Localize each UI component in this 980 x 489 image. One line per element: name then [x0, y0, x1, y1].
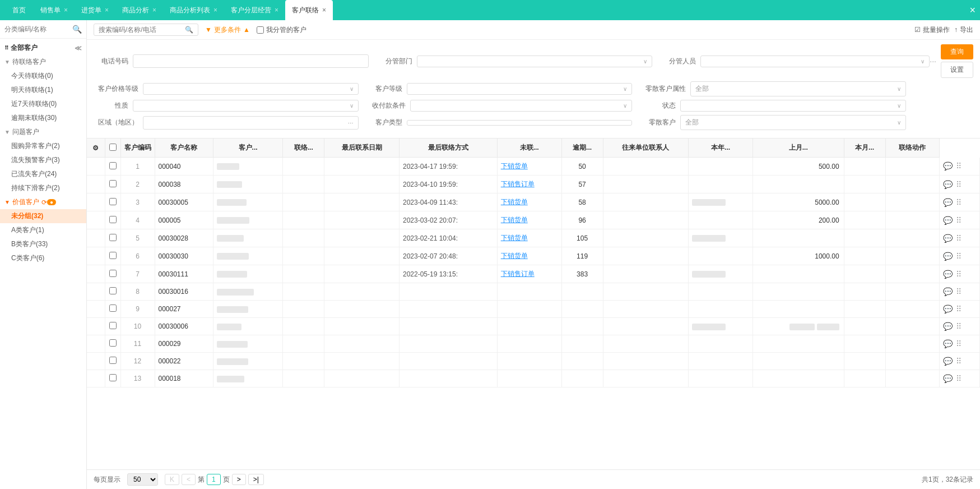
more-action-icon[interactable]: ⠿	[956, 162, 962, 170]
cell-checkbox[interactable]	[105, 318, 120, 335]
reset-btn[interactable]: 设置	[941, 62, 973, 78]
row-checkbox[interactable]	[109, 252, 117, 259]
prev-page-btn[interactable]: <	[182, 474, 196, 485]
tab-customer-contact-close[interactable]: ×	[322, 6, 326, 14]
chat-action-icon[interactable]: 💬	[943, 270, 953, 279]
row-checkbox[interactable]	[109, 270, 117, 277]
col-checkbox[interactable]	[105, 139, 120, 158]
sidebar-item-abnormal[interactable]: 囤购异常客户(2)	[0, 139, 86, 153]
row-checkbox[interactable]	[109, 339, 117, 347]
chat-action-icon[interactable]: 💬	[943, 216, 953, 225]
sidebar-item-7days[interactable]: 近7天待联络(0)	[0, 97, 86, 111]
more-action-icon[interactable]: ⠿	[956, 287, 962, 296]
adv-select-person[interactable]: ∨	[700, 56, 930, 67]
more-action-icon[interactable]: ⠿	[956, 357, 962, 366]
sidebar-group-problem[interactable]: ▼ 问题客户	[0, 125, 86, 139]
first-page-btn[interactable]: K	[165, 474, 179, 485]
chat-action-icon[interactable]: 💬	[943, 374, 953, 383]
sidebar-item-today[interactable]: 今天待联络(0)	[0, 69, 86, 83]
sidebar-item-class-c[interactable]: C类客户(6)	[0, 251, 86, 265]
more-action-icon[interactable]: ⠿	[956, 216, 962, 225]
nav-home[interactable]: 首页	[4, 0, 34, 20]
sidebar-item-overdue[interactable]: 逾期未联络(30)	[0, 111, 86, 125]
more-action-icon[interactable]: ⠿	[956, 322, 962, 331]
chat-action-icon[interactable]: 💬	[943, 252, 953, 261]
next-page-btn[interactable]: >	[232, 474, 246, 485]
main-search-input[interactable]	[99, 26, 183, 34]
last-page-btn[interactable]: >|	[248, 474, 264, 485]
select-all-checkbox[interactable]	[109, 144, 117, 151]
cell-checkbox[interactable]	[105, 158, 120, 176]
last-method-link[interactable]: 下销售订单	[501, 270, 535, 278]
row-checkbox[interactable]	[109, 180, 117, 187]
more-action-icon[interactable]: ⠿	[956, 339, 962, 348]
cell-checkbox[interactable]	[105, 211, 120, 229]
tab-customer-tier-close[interactable]: ×	[275, 6, 278, 14]
row-checkbox[interactable]	[109, 374, 117, 381]
sidebar-item-unclassified[interactable]: 未分组(32)	[0, 209, 86, 223]
cell-checkbox[interactable]	[105, 247, 120, 265]
adv-select-cust-type[interactable]	[407, 120, 633, 126]
adv-select-cust-grade[interactable]: ∨	[407, 83, 633, 95]
sidebar-item-class-a[interactable]: A类客户(1)	[0, 223, 86, 237]
person-ellipsis-btn[interactable]: ···	[930, 57, 936, 66]
last-method-link[interactable]: 下销货单	[501, 216, 528, 224]
adv-select-retail-cust[interactable]: 全部 ∨	[680, 115, 906, 130]
last-method-link[interactable]: 下销货单	[501, 234, 528, 242]
adv-input-phone[interactable]	[133, 54, 369, 68]
query-btn[interactable]: 查询	[941, 44, 973, 59]
row-checkbox[interactable]	[109, 287, 117, 294]
row-checkbox[interactable]	[109, 322, 117, 329]
adv-select-payment[interactable]: ∨	[410, 100, 633, 112]
nav-tab-analysis[interactable]: 商品分析 ×	[115, 0, 163, 20]
tab-sales-close[interactable]: ×	[64, 6, 68, 14]
row-checkbox[interactable]	[109, 198, 117, 205]
sidebar-item-churn-warning[interactable]: 流失预警客户(3)	[0, 153, 86, 167]
cell-checkbox[interactable]	[105, 301, 120, 318]
adv-select-status[interactable]: ∨	[680, 100, 906, 112]
chat-action-icon[interactable]: 💬	[943, 198, 953, 207]
close-all-btn[interactable]: ×	[969, 4, 976, 16]
chat-action-icon[interactable]: 💬	[943, 339, 953, 348]
sidebar-search-input[interactable]	[4, 25, 72, 33]
nav-tab-customer-tier[interactable]: 客户分层经营 ×	[224, 0, 285, 20]
sidebar-group-pending[interactable]: ▼ 待联络客户	[0, 55, 86, 69]
batch-op-btn[interactable]: ☑ 批量操作	[914, 25, 950, 35]
cell-checkbox[interactable]	[105, 353, 120, 370]
cell-checkbox[interactable]	[105, 193, 120, 211]
nav-tab-purchase[interactable]: 进货单 ×	[75, 0, 115, 20]
region-ellipsis-btn[interactable]: ···	[348, 119, 354, 127]
export-btn[interactable]: ↑ 导出	[954, 25, 973, 35]
sidebar-item-tomorrow[interactable]: 明天待联络(1)	[0, 83, 86, 97]
tab-purchase-close[interactable]: ×	[105, 6, 109, 14]
more-action-icon[interactable]: ⠿	[956, 305, 962, 313]
row-checkbox[interactable]	[109, 305, 117, 312]
more-filters-btn[interactable]: ▼ 更多条件 ▲	[205, 25, 250, 35]
my-customers-filter[interactable]: 我分管的客户	[257, 25, 306, 35]
settings-icon[interactable]: ⚙	[92, 144, 99, 152]
last-method-link[interactable]: 下销货单	[501, 198, 528, 206]
more-action-icon[interactable]: ⠿	[956, 234, 962, 243]
more-action-icon[interactable]: ⠿	[956, 198, 962, 207]
col-settings[interactable]: ⚙	[87, 139, 105, 158]
more-action-icon[interactable]: ⠿	[956, 252, 962, 261]
last-method-link[interactable]: 下销售订单	[501, 180, 535, 188]
adv-select-price-grade[interactable]: ∨	[143, 83, 359, 95]
main-search-icon[interactable]: 🔍	[185, 26, 193, 34]
sidebar-group-value[interactable]: ▼ 价值客户 ⟳ ●	[0, 195, 86, 209]
sidebar-all-customers[interactable]: ⠿ 全部客户 ≪	[0, 39, 86, 55]
more-action-icon[interactable]: ⠿	[956, 180, 962, 189]
cell-checkbox[interactable]	[105, 229, 120, 247]
adv-select-dept[interactable]: ∨	[417, 56, 653, 67]
cell-checkbox[interactable]	[105, 370, 120, 387]
row-checkbox[interactable]	[109, 357, 117, 364]
cell-checkbox[interactable]	[105, 265, 120, 283]
sidebar-item-class-b[interactable]: B类客户(33)	[0, 237, 86, 251]
row-checkbox[interactable]	[109, 162, 117, 169]
cell-checkbox[interactable]	[105, 176, 120, 193]
chat-action-icon[interactable]: 💬	[943, 322, 953, 331]
cell-checkbox[interactable]	[105, 335, 120, 353]
chat-action-icon[interactable]: 💬	[943, 180, 953, 189]
nav-tab-analysis-list[interactable]: 商品分析列表 ×	[163, 0, 224, 20]
tab-analysis-list-close[interactable]: ×	[213, 6, 217, 14]
